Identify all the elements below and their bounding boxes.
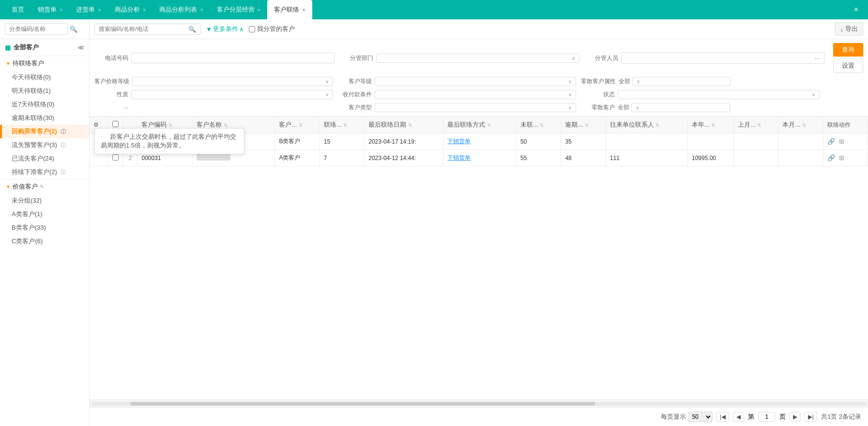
customer-type-select[interactable]: ∨: [375, 103, 577, 112]
customer-type-label: 客户类型: [338, 103, 372, 112]
contact-header[interactable]: 联络... ⇅: [320, 117, 364, 133]
last-page-button[interactable]: ▶|: [805, 412, 817, 422]
close-icon[interactable]: ×: [302, 7, 305, 13]
close-window-icon[interactable]: ×: [849, 5, 863, 14]
row-overdue: 48: [561, 150, 606, 166]
nav-customer-segment[interactable]: 客户分层经营 ×: [210, 0, 267, 19]
sidebar-item-repurchase-abnormal[interactable]: 回购异常客户(2) ⓘ: [0, 125, 89, 138]
sidebar-item-7days[interactable]: 近7天待联络(0): [0, 98, 89, 111]
grid-action-icon[interactable]: ⊞: [839, 154, 844, 162]
more-conditions-btn[interactable]: ▼ 更多条件 ∧: [206, 25, 244, 33]
settings-button[interactable]: 设置: [833, 59, 863, 73]
chevron-down-icon: ∨: [325, 79, 329, 84]
value-customer-group[interactable]: ▼ 价值客户 ✎: [0, 179, 89, 194]
nav-product-analysis-list[interactable]: 商品分析列表 ×: [152, 0, 210, 19]
sidebar-item-today[interactable]: 今天待联络(0): [0, 71, 89, 84]
nav-product-analysis[interactable]: 商品分析 ×: [108, 0, 152, 19]
page-number-input[interactable]: [758, 412, 776, 422]
sidebar-item-c-class[interactable]: C类客户(6): [0, 235, 89, 248]
nav-purchase-order[interactable]: 进货单 ×: [69, 0, 107, 19]
link-icon[interactable]: 🔗: [827, 154, 835, 162]
sort-icon: ⇅: [585, 122, 589, 128]
overdue-header[interactable]: 逾期... ⇅: [561, 117, 606, 133]
manager-select[interactable]: ···: [621, 52, 824, 64]
close-icon[interactable]: ×: [98, 7, 101, 13]
last-contact-method-header[interactable]: 最后联络方式 ⇅: [443, 117, 517, 133]
nav-customer-contact[interactable]: 客户联络 ×: [267, 0, 312, 19]
pagination-footer: 每页显示 50 100 200 |◀ ◀ 第 页 ▶ ▶| 共1页 2条记录: [90, 407, 868, 426]
pending-contact-group[interactable]: ▼ 待联络客户: [0, 56, 89, 71]
this-month-header[interactable]: 本月... ⇅: [778, 117, 823, 133]
chevron-down-icon: ∨: [636, 105, 639, 110]
close-icon[interactable]: ×: [200, 7, 203, 13]
my-customer-check[interactable]: [249, 26, 255, 32]
customer-level-select[interactable]: ∨: [375, 77, 577, 86]
select-all-checkbox[interactable]: [112, 121, 119, 127]
price-level-select[interactable]: ∨: [132, 77, 333, 86]
search-icon[interactable]: 🔍: [188, 26, 196, 33]
payment-label: 收付款条件: [338, 90, 372, 99]
customer-table: ⚙ 客户编码 ⇅ 客户名称 ⇅: [90, 117, 868, 399]
row-select-checkbox[interactable]: [112, 154, 119, 161]
chevron-down-icon: ∨: [325, 92, 329, 97]
chevron-down-icon: ∨: [637, 79, 640, 84]
sidebar-item-already-lost[interactable]: 已流失客户(24): [0, 152, 89, 165]
status-select[interactable]: ∨: [618, 90, 820, 99]
customer-type-header[interactable]: 客户... ⇅: [275, 117, 320, 133]
sidebar-item-a-class[interactable]: A类客户(1): [0, 207, 89, 221]
per-page-select[interactable]: 50 100 200: [688, 411, 713, 422]
edit-icon[interactable]: ✎: [40, 184, 44, 190]
row-actions: 🔗 ⊞: [823, 133, 868, 150]
first-page-button[interactable]: |◀: [716, 412, 729, 422]
phone-input-wrap: [131, 53, 335, 63]
close-icon[interactable]: ×: [143, 7, 146, 13]
search-input[interactable]: [99, 26, 188, 32]
dots-icon[interactable]: ···: [814, 54, 820, 62]
sidebar-item-tomorrow[interactable]: 明天待联络(1): [0, 84, 89, 98]
arrow-icon: ▼: [6, 61, 11, 66]
this-year-header[interactable]: 本年... ⇅: [687, 117, 733, 133]
prev-page-button[interactable]: ◀: [733, 412, 744, 422]
sidebar-search-icon[interactable]: 🔍: [70, 26, 77, 33]
nav-home[interactable]: 首页: [5, 0, 31, 19]
not-contacted-header[interactable]: 未联... ⇅: [517, 117, 561, 133]
status-label: 状态: [581, 90, 615, 99]
close-icon[interactable]: ×: [258, 7, 260, 13]
all-customers-header[interactable]: ▦ 全部客户 ≪: [0, 39, 89, 56]
retail-customer-select[interactable]: ∨: [631, 103, 730, 112]
scrollbar-track: [91, 402, 866, 406]
payment-select[interactable]: ∨: [375, 90, 577, 99]
sidebar-item-ungrouped[interactable]: 未分组(32): [0, 194, 89, 207]
export-button[interactable]: ↓ 导出: [835, 22, 864, 36]
row-last-contact-method[interactable]: 下销货单: [443, 133, 517, 150]
sidebar-item-b-class[interactable]: B类客户(33): [0, 221, 89, 235]
next-page-button[interactable]: ▶: [790, 412, 801, 422]
dept-select[interactable]: ∨: [376, 54, 579, 63]
row-last-contact-method[interactable]: 下销货单: [443, 150, 517, 166]
filter-dots: ···: [94, 104, 333, 111]
horizontal-scrollbar[interactable]: [90, 399, 868, 407]
retail-attr-select[interactable]: ∨: [632, 77, 730, 86]
last-contact-date-header[interactable]: 最后联络日期 ⇅: [365, 117, 443, 133]
sidebar-item-lost-preview[interactable]: 流失预警客户(3) ⓘ: [0, 138, 89, 152]
link-icon[interactable]: 🔗: [827, 138, 835, 145]
retail-attr-value: 全部: [619, 77, 630, 86]
nature-select[interactable]: ∨: [131, 90, 333, 99]
last-month-header[interactable]: 上月... ⇅: [734, 117, 778, 133]
nav-sales-order[interactable]: 销货单 ×: [31, 0, 69, 19]
sidebar-search-input[interactable]: [5, 23, 68, 35]
action-buttons: 查询 设置: [833, 43, 863, 73]
unit-contact-header[interactable]: 往来单位联系人 ⇅: [606, 117, 687, 133]
sidebar-item-continuous-down[interactable]: 持续下滑客户(2) ⓘ: [0, 165, 89, 179]
sidebar-item-overdue[interactable]: 逾期未联络(30): [0, 111, 89, 125]
grid-action-icon[interactable]: ⊞: [839, 138, 844, 145]
collapse-icon[interactable]: ≪: [77, 44, 84, 51]
scrollbar-thumb[interactable]: [130, 402, 595, 406]
chevron-down-icon: ∨: [568, 79, 572, 84]
row-last-month: [734, 150, 778, 166]
phone-input[interactable]: [136, 55, 330, 61]
close-icon[interactable]: ×: [60, 7, 62, 13]
my-customer-checkbox[interactable]: 我分管的客户: [249, 25, 295, 33]
row-last-contact-date: 2023-04-12 14:44:: [365, 150, 443, 166]
query-button[interactable]: 查询: [833, 43, 863, 57]
